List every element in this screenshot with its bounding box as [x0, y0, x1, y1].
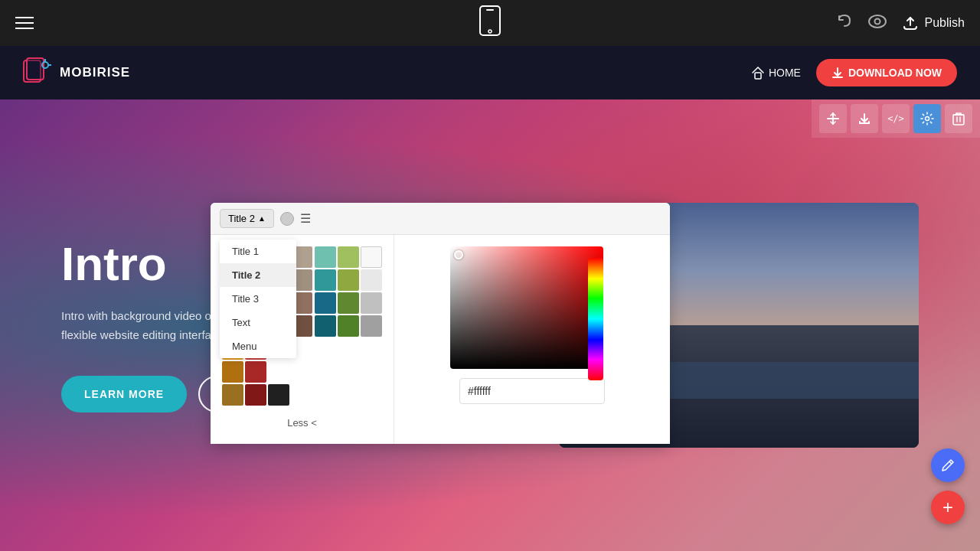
block-move-button[interactable]	[819, 104, 847, 133]
swatch-cell	[291, 384, 312, 406]
swatch-cell[interactable]	[338, 315, 359, 337]
top-toolbar: Publish	[0, 0, 980, 46]
swatch-cell	[361, 361, 382, 383]
nav-home-link[interactable]: HOME	[751, 66, 801, 80]
spectrum-background	[450, 246, 603, 369]
spectrum-wrapper	[450, 246, 615, 369]
swatch-cell[interactable]	[338, 292, 359, 314]
site-logo-icon	[23, 57, 52, 89]
swatch-cell	[268, 361, 289, 383]
align-icon[interactable]: ☰	[300, 211, 311, 226]
swatch-cell	[315, 384, 336, 406]
block-export-button[interactable]	[851, 104, 878, 133]
dropdown-arrow-icon: ▲	[258, 214, 266, 223]
svg-rect-10	[755, 73, 761, 79]
svg-rect-6	[27, 58, 44, 80]
site-logo: MOBIRISE	[23, 57, 130, 89]
style-option-title2[interactable]: Title 2	[220, 263, 296, 287]
svg-point-2	[488, 30, 492, 33]
style-option-title1[interactable]: Title 1	[220, 240, 296, 263]
svg-rect-15	[953, 115, 964, 125]
swatch-cell[interactable]	[361, 269, 382, 291]
svg-point-3	[869, 15, 886, 28]
swatch-cell[interactable]	[338, 246, 359, 268]
gradient-section	[394, 235, 670, 444]
swatch-cell	[361, 384, 382, 406]
spectrum-indicator	[454, 250, 463, 259]
dropdown-header: Title 2 ▲ Title 1 Title 2 Title 3 Text M…	[211, 203, 670, 235]
swatch-cell[interactable]	[361, 246, 382, 268]
style-select-button[interactable]: Title 2 ▲	[220, 209, 274, 228]
website-preview: MOBIRISE HOME DOWNLOAD NOW	[0, 46, 980, 551]
site-nav-right: HOME DOWNLOAD NOW	[751, 59, 957, 86]
site-nav: MOBIRISE HOME DOWNLOAD NOW	[0, 46, 980, 99]
add-icon: +	[942, 498, 953, 517]
hue-bar[interactable]	[588, 258, 603, 380]
publish-button[interactable]: Publish	[902, 16, 965, 30]
menu-hamburger-icon[interactable]	[15, 17, 34, 29]
swatch-cell[interactable]	[315, 315, 336, 337]
swatch-cell	[338, 384, 359, 406]
swatch-cell[interactable]	[315, 269, 336, 291]
swatch-cell	[315, 338, 336, 360]
block-code-button[interactable]: </>	[882, 104, 910, 133]
hex-color-input[interactable]	[459, 378, 605, 404]
swatch-cell[interactable]	[361, 292, 382, 314]
undo-button[interactable]	[836, 13, 853, 34]
style-dropdown-menu: Title 1 Title 2 Title 3 Text Menu	[220, 240, 296, 358]
swatch-cell	[315, 361, 336, 383]
svg-point-4	[874, 18, 880, 24]
swatch-cell[interactable]	[315, 292, 336, 314]
style-option-title3[interactable]: Title 3	[220, 287, 296, 311]
swatch-cell	[338, 361, 359, 383]
color-spectrum[interactable]	[450, 246, 603, 369]
phone-preview-icon[interactable]	[479, 5, 501, 41]
learn-more-button[interactable]: LEARN MORE	[61, 376, 187, 412]
swatch-cell[interactable]	[361, 315, 382, 337]
block-controls: </>	[812, 99, 980, 138]
site-download-button[interactable]: DOWNLOAD NOW	[816, 59, 957, 86]
swatch-cell	[361, 338, 382, 360]
site-logo-text: MOBIRISE	[60, 65, 130, 80]
swatch-cell[interactable]	[245, 361, 266, 383]
selected-style-label: Title 2	[228, 213, 255, 224]
text-style-dropdown: Title 2 ▲ Title 1 Title 2 Title 3 Text M…	[211, 203, 670, 444]
edit-fab-button[interactable]	[931, 448, 965, 482]
block-settings-button[interactable]	[913, 104, 941, 133]
color-indicator[interactable]	[280, 212, 294, 226]
add-fab-button[interactable]: +	[931, 491, 965, 524]
svg-line-19	[949, 461, 952, 464]
toolbar-right: Publish	[836, 13, 965, 34]
swatch-cell	[338, 338, 359, 360]
swatch-cell[interactable]	[222, 384, 243, 406]
publish-label: Publish	[925, 16, 965, 30]
download-btn-label: DOWNLOAD NOW	[848, 67, 942, 79]
swatch-cell	[291, 361, 312, 383]
swatch-cell[interactable]	[338, 269, 359, 291]
swatch-cell[interactable]	[222, 361, 243, 383]
toolbar-left	[15, 17, 34, 29]
swatch-cell[interactable]	[245, 384, 266, 406]
style-option-menu[interactable]: Menu	[220, 334, 296, 358]
swatch-cell[interactable]	[268, 384, 289, 406]
toolbar-center	[479, 5, 501, 41]
less-button[interactable]: Less <	[222, 413, 382, 432]
block-delete-button[interactable]	[945, 104, 972, 133]
style-option-text[interactable]: Text	[220, 311, 296, 334]
preview-button[interactable]	[868, 15, 887, 32]
swatch-cell[interactable]	[315, 246, 336, 268]
svg-point-14	[926, 117, 929, 121]
